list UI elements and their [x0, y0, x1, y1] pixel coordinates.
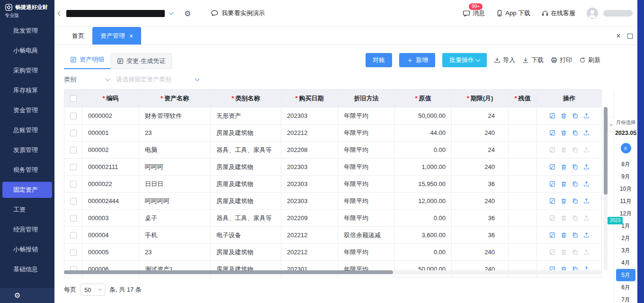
subtab[interactable]: 资产明细: [64, 51, 110, 69]
action-button[interactable]: ＋ 新增: [399, 53, 435, 67]
sidebar-item[interactable]: 发票管理: [0, 140, 54, 160]
settings-gear-icon[interactable]: ⚙: [184, 9, 191, 18]
sidebar-item[interactable]: 税务管理: [0, 160, 54, 180]
select-all-checkbox[interactable]: [70, 95, 77, 102]
table-row[interactable]: 000006 测试资产1 房屋及建筑物 202301 年限平均 50,000.0…: [64, 261, 602, 278]
month-item[interactable]: 2月: [614, 232, 637, 244]
export-icon[interactable]: [583, 249, 590, 255]
table-row[interactable]: 000002111 呵呵呵 房屋及建筑物 202303 年限平均 1,000.0…: [64, 159, 602, 176]
action-button[interactable]: 对账: [366, 53, 392, 67]
edit-icon[interactable]: [549, 113, 555, 119]
copy-icon[interactable]: [572, 113, 578, 119]
sidebar-item[interactable]: 固定资产: [0, 180, 54, 200]
copy-icon[interactable]: [572, 232, 578, 238]
export-icon[interactable]: [583, 232, 590, 238]
messages-button[interactable]: 99+ 消息: [463, 9, 485, 18]
tab[interactable]: 首页: [64, 27, 92, 45]
sidebar-item[interactable]: 批发管理: [0, 21, 54, 41]
copy-icon[interactable]: [572, 198, 578, 204]
edit-icon[interactable]: [549, 198, 555, 204]
month-item[interactable]: 6月: [614, 281, 637, 294]
delete-icon[interactable]: [561, 198, 567, 204]
month-item[interactable]: 9月: [614, 170, 637, 183]
sidebar-item[interactable]: 采购管理: [0, 61, 54, 80]
table-row[interactable]: 000004 手机 电子设备 202212 双倍余额递减 3,600.00 36: [64, 227, 602, 244]
tool-button[interactable]: 打印: [551, 56, 572, 64]
month-item[interactable]: 7月: [614, 294, 637, 303]
tool-button[interactable]: 导入: [494, 56, 515, 64]
export-icon[interactable]: [583, 130, 590, 136]
delete-icon[interactable]: [561, 232, 567, 238]
sidebar-item[interactable]: 资金管理: [0, 100, 54, 120]
export-icon[interactable]: [583, 181, 590, 187]
horizontal-scrollbar[interactable]: [64, 270, 601, 274]
sidebar-item[interactable]: 经营管理: [0, 220, 54, 240]
sidebar-item[interactable]: 小畅电商: [0, 41, 54, 61]
table-row[interactable]: 0000002 财务管理软件 无形资产 202303 年限平均 50,000.0…: [64, 107, 602, 125]
copy-icon[interactable]: [572, 130, 578, 136]
horizontal-scrollbar-thumb[interactable]: [64, 270, 393, 274]
sidebar-item[interactable]: 基础信息: [0, 259, 54, 279]
edit-icon[interactable]: [549, 164, 555, 170]
copy-icon[interactable]: [572, 215, 578, 221]
row-checkbox[interactable]: [70, 232, 77, 239]
month-item[interactable]: 4月: [614, 257, 637, 269]
scroll-months-up-button[interactable]: «: [621, 143, 631, 153]
sidebar-item[interactable]: 总账管理: [0, 120, 54, 140]
export-icon[interactable]: [583, 164, 590, 170]
collapse-sidebar-icon[interactable]: [58, 11, 63, 16]
sidebar-item[interactable]: 库存核算: [0, 80, 54, 100]
filter-field-select[interactable]: 类别: [64, 75, 109, 84]
company-dropdown-caret-icon[interactable]: [169, 10, 174, 15]
table-row[interactable]: 000003 桌子 器具、工具、家具等 202209 年限平均 0.00 36: [64, 210, 602, 227]
online-service-button[interactable]: 在线客服: [542, 9, 575, 18]
copy-icon[interactable]: [572, 147, 578, 153]
per-page-select[interactable]: 50: [80, 284, 105, 296]
export-icon[interactable]: [583, 147, 590, 153]
row-checkbox[interactable]: [70, 164, 77, 170]
delete-icon[interactable]: [561, 249, 567, 255]
close-all-tabs-icon[interactable]: ×: [616, 31, 621, 41]
row-checkbox[interactable]: [70, 215, 77, 222]
export-icon[interactable]: [583, 215, 590, 221]
table-row[interactable]: 0000022 日日日 房屋及建筑物 202303 年限平均 15,950.00…: [64, 176, 602, 193]
category-select[interactable]: 请选择固定资产类别: [116, 75, 199, 84]
row-checkbox[interactable]: [70, 181, 77, 187]
fullscreen-icon[interactable]: [627, 34, 633, 39]
copy-icon[interactable]: [572, 164, 578, 170]
subtab[interactable]: 变更·生成凭证: [110, 53, 172, 69]
delete-icon[interactable]: [561, 181, 567, 187]
edit-icon[interactable]: [549, 181, 555, 187]
edit-icon[interactable]: [549, 147, 555, 153]
row-checkbox[interactable]: [70, 198, 77, 205]
table-row[interactable]: 000005 23 房屋及建筑物 202212 年限平均 0.00 240: [64, 244, 602, 261]
collapse-month-panel-button[interactable]: »: [608, 117, 614, 132]
table-row[interactable]: 000002 电脑 器具、工具、家具等 202208 年限平均 0.00 24: [64, 142, 602, 159]
row-checkbox[interactable]: [70, 249, 77, 256]
sidebar-item[interactable]: 工资: [0, 200, 54, 220]
action-button[interactable]: 批量操作: [442, 53, 487, 67]
delete-icon[interactable]: [561, 130, 567, 136]
vertical-scrollbar[interactable]: [604, 107, 608, 270]
month-item[interactable]: 11月: [614, 195, 637, 207]
month-item[interactable]: 5月: [616, 269, 635, 281]
edit-icon[interactable]: [549, 215, 555, 221]
tab-close-icon[interactable]: ×: [129, 33, 133, 39]
edit-icon[interactable]: [549, 249, 555, 255]
export-icon[interactable]: [583, 198, 590, 204]
copy-icon[interactable]: [572, 181, 578, 187]
table-row[interactable]: 000001 23 房屋及建筑物 202212 年限平均 44.00 240: [64, 125, 602, 142]
vertical-scrollbar-thumb[interactable]: [604, 107, 608, 195]
tool-button[interactable]: 下载: [522, 56, 544, 64]
delete-icon[interactable]: [561, 113, 567, 119]
delete-icon[interactable]: [561, 215, 567, 221]
delete-icon[interactable]: [561, 147, 567, 153]
row-checkbox[interactable]: [70, 147, 77, 153]
app-download-button[interactable]: App 下载: [496, 9, 530, 18]
delete-icon[interactable]: [561, 164, 567, 170]
sidebar-item[interactable]: 小畅报销: [0, 240, 54, 259]
month-item[interactable]: 10月: [614, 183, 637, 195]
tab[interactable]: 资产管理 ×: [92, 27, 141, 45]
row-checkbox[interactable]: [70, 130, 77, 136]
tool-button[interactable]: 刷新: [579, 56, 600, 64]
